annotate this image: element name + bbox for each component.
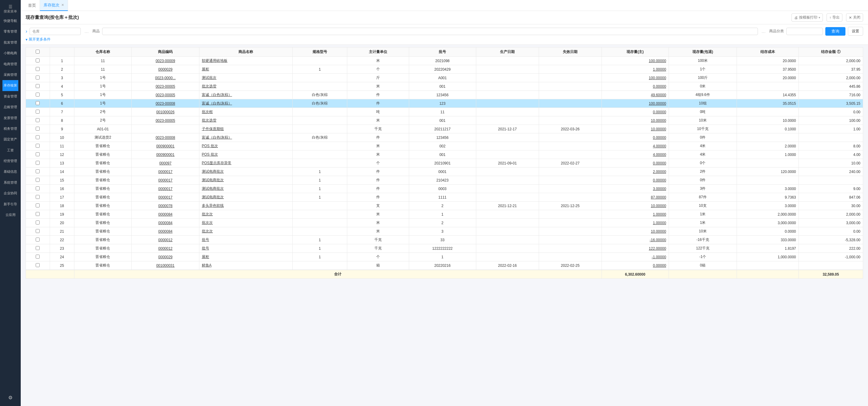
select-all-checkbox[interactable] (36, 49, 40, 54)
row-checkbox[interactable] (26, 219, 50, 227)
row-code[interactable]: 0023-00005 (132, 82, 199, 91)
row-select-checkbox[interactable] (36, 118, 40, 122)
row-code[interactable]: 0023-00005 (132, 91, 199, 99)
row-checkbox[interactable] (26, 150, 50, 159)
row-code[interactable]: 0000029 (132, 253, 199, 261)
sidebar-item-quick-nav[interactable]: 快捷导航 (2, 15, 18, 26)
row-code[interactable]: 0000017 (132, 168, 199, 176)
row-code[interactable]: 0000017 (132, 184, 199, 193)
row-name[interactable]: 鲜鱼A (199, 261, 292, 270)
row-qty-main[interactable]: 0.00000 (601, 261, 669, 270)
close-button[interactable]: ✕ 关闭 (846, 13, 863, 22)
table-wrapper[interactable]: 仓库名称 商品编码 商品名称 规格型号 主计量单位 批号 生产日期 失效日期 现… (21, 45, 868, 406)
row-select-checkbox[interactable] (36, 110, 40, 113)
sidebar-item-enterprise[interactable]: 企业协同 (2, 188, 18, 199)
row-checkbox[interactable] (26, 159, 50, 168)
row-select-checkbox[interactable] (36, 212, 40, 216)
row-code[interactable]: 0000084 (132, 210, 199, 219)
row-qty-main[interactable]: 122.00000 (601, 244, 669, 253)
row-checkbox[interactable] (26, 168, 50, 176)
sidebar-item-inventory[interactable]: 库存核算 (2, 80, 18, 91)
row-select-checkbox[interactable] (36, 152, 40, 156)
row-code[interactable]: 0023-00005 (132, 116, 199, 125)
row-select-checkbox[interactable] (36, 229, 40, 233)
tab-home[interactable]: 首页 (24, 0, 40, 11)
row-select-checkbox[interactable] (36, 263, 40, 267)
row-qty-main[interactable]: 0.00000 (601, 82, 669, 91)
row-name[interactable]: 批次选货 (199, 82, 292, 91)
row-code[interactable]: 0000017 (132, 176, 199, 184)
row-qty-main[interactable]: 3.00000 (601, 184, 669, 193)
row-qty-main[interactable]: 100.00000 (601, 74, 669, 82)
row-checkbox[interactable] (26, 253, 50, 261)
warehouse-input[interactable] (30, 28, 81, 35)
row-checkbox[interactable] (26, 99, 50, 108)
print-button[interactable]: 🖨 按模板打印 ▾ (792, 13, 823, 22)
row-checkbox[interactable] (26, 133, 50, 142)
sidebar-item-operation[interactable]: 经营管理 (2, 156, 18, 166)
sidebar-item-assets[interactable]: 固定资产 (2, 134, 18, 145)
row-name[interactable]: 批号 (199, 244, 292, 253)
row-checkbox[interactable] (26, 202, 50, 210)
row-qty-main[interactable]: 10.00000 (601, 227, 669, 236)
row-checkbox[interactable] (26, 236, 50, 244)
set-button[interactable]: 设置 (848, 27, 863, 36)
row-name[interactable]: 软硬通用砖地板 (199, 57, 292, 65)
row-name[interactable]: 富诚（白色/灰棕） (199, 99, 292, 108)
row-name[interactable]: 批次选货 (199, 116, 292, 125)
row-name[interactable]: 多头异色软线 (199, 202, 292, 210)
row-code[interactable]: 000900001 (132, 142, 199, 150)
row-checkbox[interactable] (26, 57, 50, 65)
row-name[interactable]: 展柜 (199, 253, 292, 261)
row-checkbox[interactable] (26, 227, 50, 236)
sidebar-item-retail[interactable]: 零售管理 (2, 26, 18, 37)
row-select-checkbox[interactable] (36, 246, 40, 250)
row-name[interactable]: 测试电商批次 (199, 168, 292, 176)
row-name[interactable]: POS显示库存异常 (199, 159, 292, 168)
row-select-checkbox[interactable] (36, 203, 40, 207)
row-name[interactable]: 测试电商批次 (199, 193, 292, 202)
filter-expand-button[interactable]: ▾ 展开更多条件 (26, 37, 863, 42)
row-checkbox[interactable] (26, 142, 50, 150)
row-name[interactable]: 批次次 (199, 219, 292, 227)
row-qty-main[interactable]: 10.00000 (601, 125, 669, 133)
row-qty-main[interactable]: 87.00000 (601, 193, 669, 202)
row-code[interactable]: 0023-00009 (132, 57, 199, 65)
row-name[interactable]: POS 批次 (199, 150, 292, 159)
gear-icon[interactable]: ⚙ (7, 392, 14, 403)
row-qty-main[interactable]: 1.00000 (601, 65, 669, 74)
row-checkbox[interactable] (26, 82, 50, 91)
row-select-checkbox[interactable] (36, 178, 40, 182)
row-code[interactable]: 0000012 (132, 236, 199, 244)
row-checkbox[interactable] (26, 91, 50, 99)
row-checkbox[interactable] (26, 210, 50, 219)
sidebar-item-invoice[interactable]: 发票管理 (2, 113, 18, 123)
row-checkbox[interactable] (26, 176, 50, 184)
row-checkbox[interactable] (26, 184, 50, 193)
row-code[interactable]: 000900001 (132, 150, 199, 159)
row-qty-main[interactable]: -16.00000 (601, 236, 669, 244)
row-code[interactable]: 001000026 (132, 108, 199, 116)
row-code[interactable]: 0000017 (132, 193, 199, 202)
row-code[interactable]: 0000084 (132, 227, 199, 236)
row-qty-main[interactable]: 100.00000 (601, 99, 669, 108)
row-select-checkbox[interactable] (36, 255, 40, 259)
row-select-checkbox[interactable] (36, 187, 40, 190)
sidebar-search[interactable]: ☰ 搜索菜单 (0, 2, 21, 15)
row-select-checkbox[interactable] (36, 93, 40, 97)
row-qty-main[interactable]: 1.00000 (601, 210, 669, 219)
row-select-checkbox[interactable] (36, 101, 40, 105)
row-qty-main[interactable]: 10.00000 (601, 202, 669, 210)
row-code[interactable]: 000097 (132, 159, 199, 168)
row-select-checkbox[interactable] (36, 169, 40, 173)
sidebar-item-ecommerce[interactable]: 电商管理 (2, 59, 18, 69)
row-code[interactable]: 0000029 (132, 65, 199, 74)
row-select-checkbox[interactable] (36, 238, 40, 241)
row-checkbox[interactable] (26, 65, 50, 74)
row-code[interactable]: 0023-00008 (132, 133, 199, 142)
row-qty-main[interactable]: 100.00000 (601, 57, 669, 65)
row-name[interactable]: 展柜 (199, 65, 292, 74)
row-qty-main[interactable]: 0.00000 (601, 108, 669, 116)
row-select-checkbox[interactable] (36, 195, 40, 199)
row-select-checkbox[interactable] (36, 221, 40, 225)
